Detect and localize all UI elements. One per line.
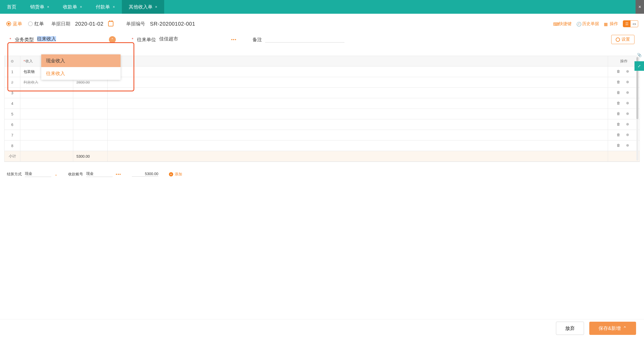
tab-receipt[interactable]: 收款单× [56, 0, 89, 14]
settle-method[interactable]: 结算方式 现金 ⌄ [7, 171, 58, 177]
table-subtotal: 小计 5300.00 [4, 151, 608, 162]
field-remark[interactable]: 备注 [252, 36, 344, 43]
docnum-value: SR-20200102-001 [150, 21, 195, 27]
table-row[interactable]: 8 [4, 141, 608, 151]
subtotal-amount: 5300.00 [73, 151, 108, 161]
view-toggle[interactable]: ☰▭ [623, 20, 638, 27]
add-row-icon[interactable]: ⊕ [626, 90, 631, 96]
remark-input[interactable] [265, 37, 344, 43]
tab-other-income[interactable]: 其他收入单× [122, 0, 164, 14]
tab-sales[interactable]: 销货单× [23, 0, 56, 14]
add-row-icon[interactable]: ⊕ [626, 143, 631, 148]
dropdown-option-ar[interactable]: 往来收入 [41, 67, 121, 80]
settings-button[interactable]: 设置 [611, 35, 634, 44]
close-all-icon[interactable]: × [636, 0, 644, 14]
biz-type-dropdown: 现金收入 往来收入 [41, 54, 121, 80]
form-fields: * 业务类型 往来收入 ⌃ * 往来单位 佳佳超市 ••• 备注 设置 [4, 30, 640, 47]
close-icon[interactable]: × [113, 5, 115, 9]
gear-icon [616, 38, 620, 42]
more-icon[interactable]: ••• [116, 172, 121, 176]
add-row-icon[interactable]: ⊕ [626, 122, 631, 127]
grid-icon: ▦ [604, 22, 608, 26]
add-settlement-button[interactable]: +添加 [169, 172, 182, 177]
table-row[interactable]: 4 [4, 98, 608, 109]
plus-icon: + [169, 172, 173, 176]
docnum-label: 单据编号 [126, 21, 145, 27]
required-icon: * [132, 37, 133, 42]
table-row[interactable]: 6 [4, 119, 608, 130]
operate-link[interactable]: ▦操作 [604, 21, 618, 27]
tab-payment[interactable]: 付款单× [89, 0, 122, 14]
card-view-icon[interactable]: ▭ [631, 21, 638, 27]
settle-amount[interactable]: 5300.00 [132, 172, 158, 177]
history-icon: 🕘 [576, 22, 581, 26]
radio-blue[interactable]: 蓝单 [6, 21, 22, 27]
side-rail: 📎 ⤢ [634, 50, 644, 71]
calendar-icon[interactable] [108, 21, 113, 26]
col-name: 收入 [25, 59, 33, 64]
required-icon: * [10, 37, 11, 42]
scrollbar[interactable] [636, 57, 638, 161]
table-row[interactable]: 7 [4, 130, 608, 141]
settlement-row: 结算方式 现金 ⌄ 收款账号 现金 ••• 5300.00 +添加 [4, 171, 640, 177]
more-icon[interactable]: ••• [231, 38, 237, 42]
chevron-down-icon[interactable]: ⌄ [54, 172, 58, 176]
delete-icon[interactable]: 🗑 [617, 111, 622, 117]
settle-account[interactable]: 收款账号 现金 ••• [68, 171, 121, 177]
add-row-icon[interactable]: ⊕ [626, 101, 631, 106]
shortcut-link[interactable]: ⌨快捷键 [553, 21, 572, 27]
tab-home[interactable]: 首页 [0, 0, 23, 14]
gear-icon[interactable]: ⚙ [11, 59, 14, 63]
tab-bar: 首页 销货单× 收款单× 付款单× 其他收入单× × [0, 0, 644, 14]
delete-icon[interactable]: 🗑 [617, 90, 622, 96]
add-row-icon[interactable]: ⊕ [626, 69, 631, 74]
discard-button[interactable]: 放弃 [556, 322, 584, 335]
add-row-icon[interactable]: ⊕ [626, 80, 631, 85]
chevron-up-icon: ⌃ [623, 325, 627, 331]
add-row-icon[interactable]: ⊕ [626, 133, 631, 138]
date-label: 单据日期 [51, 21, 70, 27]
date-value[interactable]: 2020-01-02 [75, 21, 103, 27]
table-row[interactable]: 3 [4, 88, 608, 98]
field-biz-type[interactable]: * 业务类型 往来收入 ⌃ [10, 36, 116, 43]
table-row[interactable]: 5 [4, 109, 608, 119]
save-button[interactable]: 保存&新增⌃ [589, 322, 636, 335]
keyboard-icon: ⌨ [553, 22, 557, 26]
delete-icon[interactable]: 🗑 [617, 122, 622, 127]
toolbar: 蓝单 红单 单据日期 2020-01-02 单据编号 SR-20200102-0… [4, 18, 640, 30]
delete-icon[interactable]: 🗑 [617, 101, 622, 106]
biz-type-value[interactable]: 往来收入 [37, 36, 56, 41]
delete-icon[interactable]: 🗑 [617, 80, 622, 85]
expand-icon[interactable]: ⤢ [634, 61, 644, 71]
field-party[interactable]: * 往来单位 佳佳超市 ••• [132, 36, 237, 43]
delete-icon[interactable]: 🗑 [617, 143, 622, 148]
radio-red[interactable]: 红单 [28, 21, 44, 27]
delete-icon[interactable]: 🗑 [617, 69, 622, 74]
add-row-icon[interactable]: ⊕ [626, 111, 631, 117]
close-icon[interactable]: × [80, 5, 82, 9]
close-icon[interactable]: × [47, 5, 49, 9]
attachment-icon[interactable]: 📎 [634, 50, 644, 60]
history-link[interactable]: 🕘历史单据 [576, 21, 599, 27]
close-icon[interactable]: × [155, 5, 157, 9]
delete-icon[interactable]: 🗑 [617, 133, 622, 138]
list-view-icon[interactable]: ☰ [623, 21, 631, 27]
page-body: 蓝单 红单 单据日期 2020-01-02 单据编号 SR-20200102-0… [0, 14, 644, 337]
dropdown-option-cash[interactable]: 现金收入 [41, 54, 121, 67]
party-value[interactable]: 佳佳超市 [159, 36, 228, 43]
chevron-up-icon[interactable]: ⌃ [109, 36, 116, 43]
footer: 放弃 保存&新增⌃ [0, 319, 644, 337]
